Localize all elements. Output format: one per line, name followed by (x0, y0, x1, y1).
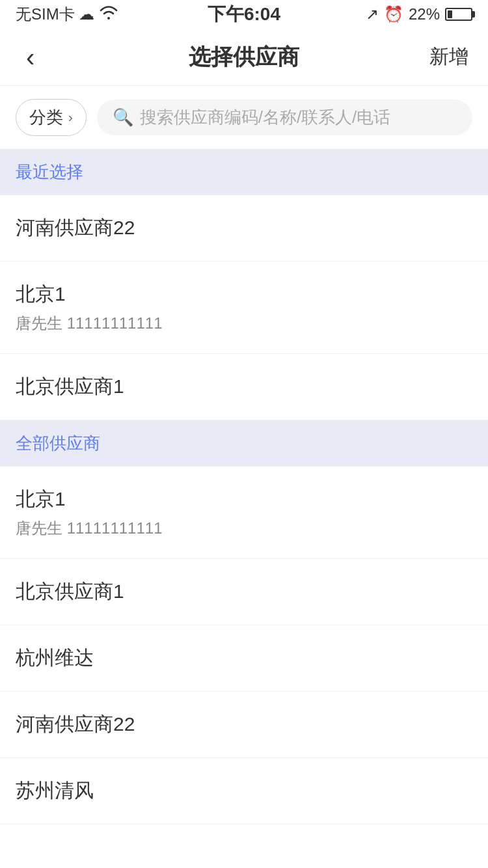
status-bar: 无SIM卡 ☁ 下午6:04 ↗ ⏰ 22% (0, 0, 488, 29)
all-section-label: 全部供应商 (16, 433, 100, 453)
list-item[interactable]: 河南供应商22 (0, 195, 488, 262)
list-item[interactable]: 河南供应商22 (0, 692, 488, 758)
status-right: ↗ ⏰ 22% (366, 5, 472, 23)
list-item[interactable]: 北京1 唐先生 11111111111 (0, 467, 488, 559)
status-time: 下午6:04 (208, 2, 280, 27)
search-box[interactable]: 🔍 (97, 100, 472, 135)
all-section-header: 全部供应商 (0, 420, 488, 467)
back-button[interactable]: ‹ (20, 38, 41, 77)
search-icon: 🔍 (113, 107, 133, 128)
list-item[interactable]: 北京1 唐先生 11111111111 (0, 262, 488, 354)
filter-bar: 分类 › 🔍 (0, 86, 488, 149)
category-filter[interactable]: 分类 › (16, 99, 87, 136)
item-name: 河南供应商22 (16, 215, 472, 241)
recent-section-header: 最近选择 (0, 149, 488, 195)
no-sim-label: 无SIM卡 ☁ (16, 4, 94, 25)
status-left: 无SIM卡 ☁ (16, 4, 118, 25)
item-name: 杭州维达 (16, 645, 472, 671)
list-item[interactable]: 苏州清风 (0, 758, 488, 824)
category-label: 分类 (29, 106, 63, 129)
item-sub: 唐先生 11111111111 (16, 518, 472, 539)
item-name: 北京供应商1 (16, 578, 472, 605)
list-item[interactable]: 北京供应商1 (0, 559, 488, 625)
location-icon: ↗ (366, 5, 379, 23)
alarm-icon: ⏰ (384, 5, 403, 23)
nav-bar: ‹ 选择供应商 新增 (0, 29, 488, 86)
recent-items-list: 河南供应商22 北京1 唐先生 11111111111 北京供应商1 (0, 195, 488, 420)
item-name: 苏州清风 (16, 778, 472, 804)
add-button[interactable]: 新增 (429, 44, 468, 70)
list-item[interactable]: 杭州维达 (0, 625, 488, 692)
chevron-right-icon: › (68, 110, 73, 125)
list-item[interactable]: 北京供应商1 (0, 354, 488, 420)
item-name: 河南供应商22 (16, 711, 472, 738)
item-name: 北京1 (16, 486, 472, 513)
item-name: 北京供应商1 (16, 373, 472, 400)
item-name: 北京1 (16, 281, 472, 308)
recent-section-label: 最近选择 (16, 162, 83, 182)
item-sub: 唐先生 11111111111 (16, 313, 472, 334)
page-title: 选择供应商 (189, 42, 299, 72)
all-items-list: 北京1 唐先生 11111111111 北京供应商1 杭州维达 河南供应商22 … (0, 467, 488, 824)
battery-icon (445, 8, 472, 21)
wifi-icon (100, 5, 118, 23)
search-input[interactable] (140, 107, 457, 128)
battery-percentage: 22% (409, 5, 440, 23)
